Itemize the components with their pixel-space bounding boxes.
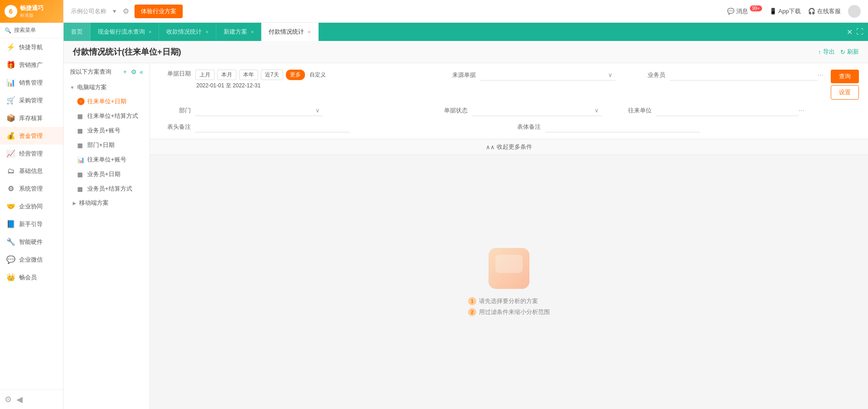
scheme-item-counterpart-date[interactable]: ○ 往来单位+日期: [64, 94, 150, 109]
filter-cell-date: 单据日期 上月 本月 本年 近7天 更多 自定义 20: [159, 70, 444, 90]
trial-button[interactable]: 体验行业方案: [135, 5, 183, 18]
collapse-panel-icon[interactable]: «: [140, 68, 143, 76]
sidebar-item-collaboration[interactable]: 🤝 企业协同: [0, 197, 63, 215]
salesperson-input[interactable]: [670, 70, 817, 81]
sidebar-header: 6 畅捷通巧 标准版: [0, 0, 63, 23]
header-remark-input[interactable]: [195, 121, 350, 132]
scheme-item-label-6: 业务员+结算方式: [87, 185, 132, 193]
body-remark-input[interactable]: [545, 121, 700, 132]
scheme-grid-icon-2: ▦: [77, 127, 85, 134]
empty-tip-1: 1 请先选择要分析的方案: [468, 297, 550, 305]
tab-bank-close[interactable]: ×: [149, 29, 151, 35]
tab-receipt-close[interactable]: ×: [205, 29, 208, 35]
scheme-item-label-5: 业务员+日期: [87, 170, 120, 178]
salesperson-dots[interactable]: ···: [818, 71, 823, 79]
sidebar-item-wechat[interactable]: 💬 企业微信: [0, 251, 63, 268]
member-icon: 👑: [6, 273, 15, 282]
finance-icon: 💰: [6, 131, 15, 140]
sidebar-item-quicknav[interactable]: ⚡ 快捷导航: [0, 38, 63, 56]
tab-newscheme[interactable]: 新建方案 ×: [216, 23, 261, 41]
dept-label: 部门: [159, 106, 195, 115]
scheme-item-counterpart-settle[interactable]: ▦ 往来单位+结算方式: [64, 109, 150, 123]
filter-row-1: 单据日期 上月 本月 本年 近7天 更多 自定义 20: [159, 70, 859, 100]
sidebar-item-purchase[interactable]: 🛒 采购管理: [0, 91, 63, 109]
body-remark-label: 表体备注: [509, 123, 545, 131]
hardware-icon: 🔧: [6, 237, 15, 246]
tab-payment-close[interactable]: ×: [308, 29, 310, 35]
source-select[interactable]: ∨: [480, 70, 616, 81]
scheme-item-salesperson-account[interactable]: ▦ 业务员+账号: [64, 123, 150, 138]
collapse-label: 收起更多条件: [497, 143, 532, 151]
scheme-item-label-4: 往来单位+账号: [87, 156, 126, 164]
date-btn-more[interactable]: 更多: [286, 70, 305, 80]
filter-row-3: 表头备注 表体备注: [159, 121, 859, 132]
export-button[interactable]: ↑ 导出: [818, 48, 835, 56]
tab-bank[interactable]: 现金银行流水查询 ×: [90, 23, 159, 41]
collapse-sidebar-icon[interactable]: ◀: [16, 394, 23, 404]
scheme-category-desktop[interactable]: ▼ 电脑端方案: [64, 81, 150, 94]
sales-icon: 📊: [6, 78, 15, 87]
counterpart-dots[interactable]: ···: [798, 106, 804, 115]
sidebar-item-sales[interactable]: 📊 销售管理: [0, 74, 63, 91]
counterpart-input[interactable]: [656, 105, 798, 116]
docstatus-select[interactable]: ∨: [472, 105, 602, 116]
tab-expand-icon[interactable]: ⛶: [856, 28, 863, 36]
date-btn-this-year[interactable]: 本年: [239, 70, 258, 80]
sidebar-item-guide[interactable]: 📘 新手引导: [0, 215, 63, 233]
sidebar-item-system[interactable]: ⚙ 系统管理: [0, 180, 63, 197]
dept-select-arrow: ∨: [315, 107, 320, 114]
sidebar-search-item[interactable]: 🔍 搜索菜单: [0, 23, 63, 38]
tab-payment[interactable]: 付款情况统计 ×: [261, 23, 318, 41]
sales-label: 销售管理: [19, 79, 43, 87]
date-btn-this-month[interactable]: 本月: [217, 70, 236, 80]
date-btn-last-month[interactable]: 上月: [195, 70, 215, 80]
tab-home[interactable]: 首页: [64, 23, 90, 41]
scheme-item-dept-date[interactable]: ▦ 部门+日期: [64, 138, 150, 152]
settings-gear-icon[interactable]: ⚙: [5, 394, 12, 404]
left-panel-header: 按以下方案查询 ＋ ⚙ «: [64, 63, 150, 81]
company-dropdown-icon[interactable]: ▼: [112, 8, 117, 15]
collapse-button[interactable]: ∧∧ 收起更多条件: [486, 143, 532, 151]
scheme-chart-icon: 📊: [77, 157, 85, 163]
wechat-label: 企业微信: [19, 256, 43, 264]
scheme-item-counterpart-account[interactable]: 📊 往来单位+账号: [64, 152, 150, 167]
settings-button[interactable]: 设置: [831, 85, 859, 100]
user-avatar[interactable]: [848, 5, 861, 18]
sidebar-item-marketing[interactable]: 🎁 营销推广: [0, 56, 63, 74]
sidebar-item-inventory[interactable]: 📦 库存核算: [0, 109, 63, 127]
filter-cell-counterpart: 往来单位 ···: [620, 105, 804, 116]
add-scheme-icon[interactable]: ＋: [122, 68, 128, 76]
sidebar-item-operations[interactable]: 📈 经营管理: [0, 145, 63, 162]
online-service-btn[interactable]: 🎧 在线客服: [808, 7, 841, 15]
date-label: 单据日期: [159, 70, 195, 78]
tab-close-all-icon[interactable]: ✕: [847, 28, 853, 36]
filter-cell-salesperson: 业务员 ···: [634, 70, 823, 81]
scheme-category-mobile[interactable]: ▶ 移动端方案: [64, 196, 150, 210]
operations-label: 经营管理: [19, 150, 43, 158]
sidebar-nav: ⚡ 快捷导航 🎁 营销推广 📊 销售管理 🛒 采购管理 📦 库存核算 💰 资金管…: [0, 38, 63, 389]
sidebar-item-member[interactable]: 👑 畅会员: [0, 268, 63, 286]
sidebar-item-hardware[interactable]: 🔧 智能硬件: [0, 233, 63, 251]
tab-newscheme-close[interactable]: ×: [251, 29, 254, 35]
filter-cell-dept: 部门 ∨: [159, 105, 436, 116]
dept-select[interactable]: ∨: [195, 105, 323, 116]
system-icon: ⚙: [6, 184, 15, 193]
manage-scheme-icon[interactable]: ⚙: [131, 68, 137, 76]
tab-receipt-label: 收款情况统计: [166, 28, 202, 36]
refresh-button[interactable]: ↻ 刷新: [840, 48, 859, 56]
scheme-grid-icon-5: ▦: [77, 171, 85, 178]
date-btn-7days[interactable]: 近7天: [261, 70, 283, 80]
docstatus-label: 单据状态: [436, 106, 472, 115]
scheme-item-salesperson-date[interactable]: ▦ 业务员+日期: [64, 167, 150, 182]
tab-receipt[interactable]: 收款情况统计 ×: [159, 23, 216, 41]
sidebar-item-baseinfo[interactable]: 🗂 基础信息: [0, 162, 63, 180]
topbar-settings-icon[interactable]: ⚙: [123, 7, 129, 15]
app-download-btn[interactable]: 📱 App下载: [769, 7, 801, 15]
salesperson-label: 业务员: [634, 71, 670, 79]
purchase-label: 采购管理: [19, 96, 43, 105]
scheme-item-salesperson-settle[interactable]: ▦ 业务员+结算方式: [64, 182, 150, 196]
sidebar-item-finance[interactable]: 💰 资金管理: [0, 127, 63, 145]
messages-btn[interactable]: 💬 消息 99+: [727, 7, 762, 15]
query-button[interactable]: 查询: [831, 70, 859, 83]
tabbar-actions: ✕ ⛶: [842, 23, 868, 41]
